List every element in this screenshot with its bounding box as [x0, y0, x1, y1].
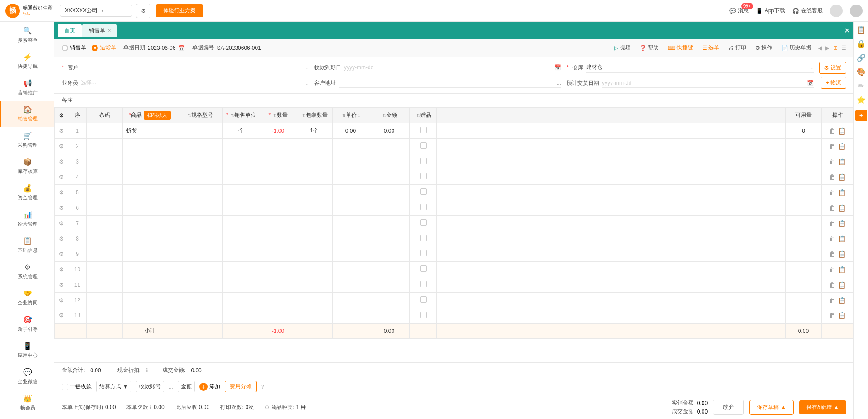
cell-unit-7[interactable] — [223, 231, 260, 246]
cell-qty-1[interactable] — [260, 139, 296, 154]
rp-icon-clipboard[interactable]: 📋 — [857, 25, 866, 34]
sidebar-item-vip[interactable]: 👑 畅会员 — [0, 390, 54, 416]
price-sort-icon[interactable]: ⇅ — [342, 113, 346, 118]
cell-settings-4[interactable]: ⚙ — [55, 185, 68, 200]
cell-qty-0[interactable]: -1.00 — [260, 123, 296, 139]
cell-pkg-1[interactable] — [296, 139, 333, 154]
cell-pkg-3[interactable] — [296, 169, 333, 185]
cell-product-9[interactable] — [123, 262, 177, 277]
cell-gift-7[interactable] — [410, 231, 437, 246]
due-date-calendar-icon[interactable]: 📅 — [554, 64, 561, 71]
qty-sort-icon[interactable]: ⇅ — [273, 113, 277, 118]
cell-unit-8[interactable] — [223, 246, 260, 262]
sidebar-item-search[interactable]: 🔍 搜索菜单 — [0, 22, 54, 48]
company-selector[interactable]: XXXXXX公司 ▼ — [60, 5, 132, 17]
sidebar-item-finance[interactable]: 💰 资金管理 — [0, 179, 54, 206]
cell-settings-8[interactable]: ⚙ — [55, 246, 68, 262]
pkg-sort-icon[interactable]: ⇅ — [302, 113, 306, 118]
cell-barcode-0[interactable] — [87, 123, 123, 139]
cell-gift-8[interactable] — [410, 246, 437, 262]
fee-split-button[interactable]: 费用分摊 — [225, 381, 257, 392]
cell-spec-2[interactable] — [177, 154, 223, 169]
cell-price-1[interactable] — [333, 139, 369, 154]
cell-gift-12[interactable] — [410, 308, 437, 323]
date-value[interactable]: 2023-06-06 — [148, 45, 175, 51]
gift-sort-icon[interactable]: ⇅ — [417, 113, 420, 118]
cell-qty-4[interactable] — [260, 185, 296, 200]
cell-unit-10[interactable] — [223, 277, 260, 293]
nav-right-icon[interactable]: ▶ — [825, 45, 829, 51]
salesperson-dots[interactable]: ... — [304, 80, 309, 86]
delete-icon-12[interactable]: 🗑 — [829, 312, 835, 319]
sidebar-item-marketing[interactable]: 📢 营销推广 — [0, 74, 54, 101]
tab-sales[interactable]: 销售单 × — [82, 24, 117, 37]
delete-icon-1[interactable]: 🗑 — [829, 143, 835, 150]
action-help[interactable]: ❓ 帮助 — [637, 43, 661, 53]
copy-icon-4[interactable]: 📋 — [838, 189, 846, 196]
cell-barcode-4[interactable] — [87, 185, 123, 200]
cell-amount-4[interactable] — [369, 185, 410, 200]
copy-icon-5[interactable]: 📋 — [838, 204, 846, 212]
rp-icon-orange[interactable]: ✦ — [855, 110, 867, 121]
action-video[interactable]: ▷ 视频 — [611, 43, 633, 53]
message-button[interactable]: 💬 消息 99+ — [729, 7, 749, 14]
save-draft-button[interactable]: 保存草稿 ▲ — [749, 400, 794, 415]
customer-dots[interactable]: ... — [304, 64, 309, 71]
sidebar-item-sales[interactable]: 🏠 销售管理 — [0, 101, 54, 127]
account-dots[interactable]: ... — [169, 384, 173, 390]
cell-spec-8[interactable] — [177, 246, 223, 262]
cell-spec-11[interactable] — [177, 293, 223, 308]
copy-icon-9[interactable]: 📋 — [838, 266, 846, 273]
salesperson-placeholder[interactable]: 选择... — [81, 79, 304, 87]
cell-unit-4[interactable] — [223, 185, 260, 200]
col-header-settings[interactable]: ⚙ — [55, 108, 68, 123]
cell-settings-3[interactable]: ⚙ — [55, 169, 68, 185]
cell-price-2[interactable] — [333, 154, 369, 169]
delete-icon-2[interactable]: 🗑 — [829, 158, 835, 165]
cell-amount-5[interactable] — [369, 200, 410, 216]
copy-icon-7[interactable]: 📋 — [838, 235, 846, 242]
delete-icon-8[interactable]: 🗑 — [829, 250, 835, 258]
rp-icon-paint[interactable]: 🎨 — [857, 67, 866, 76]
settings-button[interactable]: ⚙ — [136, 4, 150, 18]
quick-pay-checkbox[interactable]: 一键收款 — [62, 383, 92, 390]
cell-price-3[interactable] — [333, 169, 369, 185]
radio-sales-order[interactable]: 销售单 — [62, 44, 86, 52]
cell-amount-7[interactable] — [369, 231, 410, 246]
grid-view-icon[interactable]: ⊞ — [833, 45, 838, 51]
logistics-button[interactable]: + 物流 — [821, 77, 846, 89]
copy-icon-8[interactable]: 📋 — [838, 250, 846, 258]
cell-product-8[interactable] — [123, 246, 177, 262]
app-download-button[interactable]: 📱 App下载 — [756, 7, 785, 14]
cell-amount-1[interactable] — [369, 139, 410, 154]
cell-gift-10[interactable] — [410, 277, 437, 293]
spec-sort-icon[interactable]: ⇅ — [188, 113, 191, 118]
cell-gift-4[interactable] — [410, 185, 437, 200]
delete-icon-5[interactable]: 🗑 — [829, 204, 835, 212]
copy-icon-11[interactable]: 📋 — [838, 297, 846, 304]
add-label[interactable]: 添加 — [209, 383, 220, 390]
tab-close-icon[interactable]: × — [108, 28, 111, 33]
cell-settings-11[interactable]: ⚙ — [55, 293, 68, 308]
delete-icon-3[interactable]: 🗑 — [829, 173, 835, 181]
copy-icon-10[interactable]: 📋 — [838, 281, 846, 289]
expected-date-placeholder[interactable]: yyyy-mm-dd — [602, 80, 807, 86]
delete-icon-4[interactable]: 🗑 — [829, 189, 835, 196]
cell-unit-5[interactable] — [223, 200, 260, 216]
cell-price-9[interactable] — [333, 262, 369, 277]
cell-pkg-4[interactable] — [296, 185, 333, 200]
cell-gift-1[interactable] — [410, 139, 437, 154]
cell-amount-0[interactable]: 0.00 — [369, 123, 410, 139]
warehouse-value[interactable]: 建材仓 — [586, 63, 809, 71]
tab-bar-close-all[interactable]: ✕ — [844, 26, 850, 35]
cell-qty-3[interactable] — [260, 169, 296, 185]
cell-product-4[interactable] — [123, 185, 177, 200]
discard-button[interactable]: 放弃 — [713, 400, 744, 415]
cell-barcode-1[interactable] — [87, 139, 123, 154]
cell-product-3[interactable] — [123, 169, 177, 185]
cell-settings-1[interactable]: ⚙ — [55, 139, 68, 154]
cell-amount-10[interactable] — [369, 277, 410, 293]
copy-icon-1[interactable]: 📋 — [838, 143, 846, 150]
cell-unit-11[interactable] — [223, 293, 260, 308]
cell-barcode-6[interactable] — [87, 216, 123, 231]
